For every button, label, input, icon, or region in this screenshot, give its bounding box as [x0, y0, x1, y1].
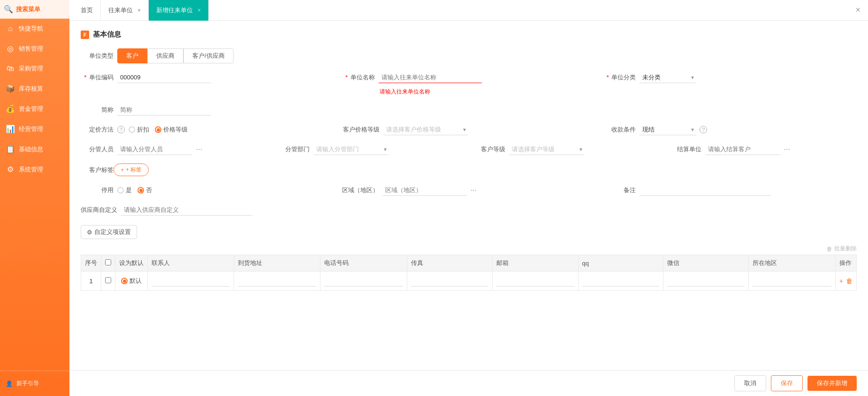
supervisor-input-group: ···	[117, 144, 204, 155]
tab-new-contact-close[interactable]: ×	[198, 7, 201, 14]
save-button[interactable]: 保存	[771, 375, 803, 391]
cell-fax	[407, 272, 493, 291]
save-new-button[interactable]: 保存并新增	[807, 376, 857, 391]
row-phone-input[interactable]	[324, 275, 403, 287]
col-address: 到货地址	[234, 255, 320, 272]
row-area-input[interactable]	[753, 275, 831, 287]
cell-area	[748, 272, 835, 291]
row-contact-input[interactable]	[152, 275, 230, 287]
home-icon: ⌂	[6, 24, 15, 33]
remark-input[interactable]	[640, 185, 771, 196]
short-name-input[interactable]	[117, 104, 211, 116]
search-icon: 🔍	[4, 5, 13, 14]
short-name-label: 简称	[81, 106, 114, 114]
code-name-category-row: * 单位编码 * 单位名称 请输入往来单位名称 *	[81, 72, 857, 96]
unit-code-input[interactable]	[117, 72, 211, 83]
col-seq: 序号	[81, 255, 101, 272]
add-tag-button[interactable]: + + 标签	[114, 163, 149, 176]
tab-contacts[interactable]: 往来单位 ×	[101, 0, 149, 21]
inventory-icon: 📦	[6, 84, 15, 93]
sidebar-item-quick-nav[interactable]: ⌂ 快捷导航	[0, 19, 69, 39]
unit-btn-customer[interactable]: 客户	[117, 48, 147, 63]
delete-row-button[interactable]: 🗑	[846, 277, 853, 285]
search-menu[interactable]: 🔍 搜索菜单	[0, 0, 69, 19]
sidebar-item-sys-mgmt[interactable]: ⚙ 系统管理	[0, 159, 69, 179]
sidebar-item-sales[interactable]: ◎ 销售管理	[0, 39, 69, 59]
short-name-row: 简称	[81, 104, 857, 116]
payment-terms-select[interactable]: 现结	[640, 124, 696, 135]
cell-checkbox	[101, 272, 115, 291]
unit-category-select[interactable]: 未分类	[640, 72, 696, 83]
sidebar-item-inventory[interactable]: 📦 库存核算	[0, 78, 69, 99]
unit-category-label: * 单位分类	[603, 73, 636, 82]
unit-name-error: 请输入往来单位名称	[380, 88, 430, 96]
sidebar-item-operations[interactable]: 📊 经营管理	[0, 119, 69, 139]
select-all-checkbox[interactable]	[105, 259, 111, 265]
default-radio[interactable]: 默认	[119, 277, 144, 285]
unit-btn-both[interactable]: 客户/供应商	[183, 48, 234, 63]
region-input[interactable]	[382, 185, 467, 196]
section-title: 基本信息	[93, 30, 121, 39]
sidebar-item-label-finance: 资金管理	[19, 105, 43, 113]
tab-new-contact[interactable]: 新增往来单位 ×	[149, 0, 209, 21]
pricing-radio-discount[interactable]: 折扣	[129, 125, 149, 134]
row-address-input[interactable]	[238, 275, 317, 287]
plus-icon: +	[121, 167, 124, 173]
row-checkbox[interactable]	[105, 277, 111, 283]
row-email-input[interactable]	[496, 275, 574, 287]
disabled-yes[interactable]: 是	[117, 186, 132, 194]
tab-contacts-close[interactable]: ×	[137, 7, 141, 14]
sys-icon: ⚙	[6, 165, 15, 174]
custom-settings-label: 自定义项设置	[94, 228, 131, 236]
default-radio-circle	[121, 278, 128, 284]
cell-default: 默认	[115, 272, 148, 291]
tab-bar: 首页 往来单位 × 新增往来单位 × ×	[69, 0, 868, 21]
sidebar-item-label-basic-info: 基础信息	[19, 145, 43, 154]
batch-delete-area[interactable]: 🗑 批量删除	[81, 245, 857, 253]
row-qq-input[interactable]	[582, 275, 659, 287]
supervisor-input[interactable]	[117, 144, 192, 155]
window-close-icon[interactable]: ×	[852, 5, 864, 15]
region-more-btn[interactable]: ···	[469, 186, 479, 194]
sidebar-item-new-guide[interactable]: 👤 新手引导	[0, 376, 69, 391]
unit-name-input[interactable]	[379, 72, 482, 83]
settlement-more-btn[interactable]: ···	[782, 145, 792, 154]
pricing-help-icon[interactable]: ?	[117, 126, 125, 133]
cust-price-select[interactable]: 请选择客户价格等级	[383, 124, 468, 135]
unit-btn-supplier[interactable]: 供应商	[147, 48, 183, 63]
row-fax-input[interactable]	[411, 275, 488, 287]
pricing-radio-level[interactable]: 价格等级	[155, 125, 188, 134]
supplier-custom-input[interactable]	[121, 204, 252, 216]
cancel-button[interactable]: 取消	[734, 375, 766, 391]
cust-price-select-wrapper: 请选择客户价格等级	[383, 124, 468, 135]
finance-icon: 💰	[6, 104, 15, 113]
payment-help-icon[interactable]: ?	[700, 126, 707, 133]
region-input-group: ···	[382, 185, 479, 196]
sidebar-item-basic-info[interactable]: 📋 基础信息	[0, 139, 69, 159]
disabled-radio-group: 是 否	[117, 186, 152, 194]
col-qq: qq	[578, 255, 663, 272]
section-icon: F	[81, 31, 89, 39]
sidebar-item-finance[interactable]: 💰 资金管理	[0, 99, 69, 119]
required-star-cat: *	[607, 74, 609, 81]
disabled-no[interactable]: 否	[137, 186, 152, 194]
add-row-button[interactable]: +	[839, 277, 843, 285]
tab-home[interactable]: 首页	[73, 0, 101, 21]
sidebar-item-label-quick-nav: 快捷导航	[19, 24, 43, 33]
supplier-custom-row: 供应商自定义	[81, 204, 857, 216]
sidebar-item-purchase[interactable]: 🛍 采购管理	[0, 59, 69, 78]
cust-level-select[interactable]: 请选择客户等级	[509, 144, 584, 155]
bottom-bar: 取消 保存 保存并新增	[69, 370, 868, 396]
sidebar-item-label-sales: 销售管理	[19, 45, 43, 53]
col-fax: 传真	[407, 255, 493, 272]
col-phone: 电话号码	[320, 255, 407, 272]
tab-contacts-label: 往来单位	[108, 6, 133, 15]
cell-contact	[148, 272, 234, 291]
col-email: 邮箱	[493, 255, 578, 272]
row-wechat-input[interactable]	[667, 275, 745, 287]
unit-type-row: 单位类型 客户 供应商 客户/供应商	[81, 48, 857, 63]
settlement-input[interactable]	[705, 144, 780, 155]
dept-select[interactable]: 请输入分管部门	[313, 144, 388, 155]
custom-settings-button[interactable]: ⚙ 自定义项设置	[81, 225, 137, 239]
supervisor-more-btn[interactable]: ···	[194, 145, 204, 154]
